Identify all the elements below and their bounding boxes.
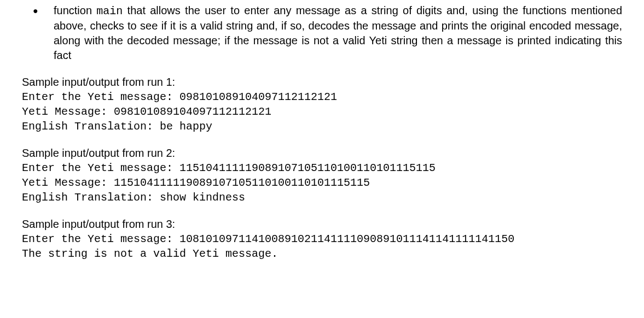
sample-run-2: Sample input/output from run 2: Enter th…	[22, 146, 622, 205]
sample-line: Yeti Message: 11510411111908910710511010…	[22, 175, 622, 190]
sample-run-3: Sample input/output from run 3: Enter th…	[22, 217, 622, 261]
sample-line: Enter the Yeti message: 1081010971141008…	[22, 232, 622, 246]
sample-heading: Sample input/output from run 1:	[22, 75, 622, 90]
sample-line: Enter the Yeti message: 0981010891040971…	[22, 90, 622, 104]
sample-heading: Sample input/output from run 3:	[22, 217, 622, 232]
sample-line: Enter the Yeti message: 1151041111190891…	[22, 161, 622, 175]
bullet-text-before: function	[54, 4, 96, 16]
sample-line: English Translation: be happy	[22, 119, 622, 134]
bullet-item: ● function main that allows the user to …	[22, 3, 622, 63]
bullet-text: function main that allows the user to en…	[54, 3, 622, 63]
sample-heading: Sample input/output from run 2:	[22, 146, 622, 161]
bullet-text-after: that allows the user to enter any messag…	[54, 4, 622, 61]
sample-run-1: Sample input/output from run 1: Enter th…	[22, 75, 622, 134]
bullet-code: main	[96, 5, 123, 17]
bullet-marker: ●	[22, 3, 54, 18]
sample-line: The string is not a valid Yeti message.	[22, 246, 622, 261]
sample-line: Yeti Message: 098101089104097112112121	[22, 104, 622, 119]
sample-line: English Translation: show kindness	[22, 190, 622, 205]
